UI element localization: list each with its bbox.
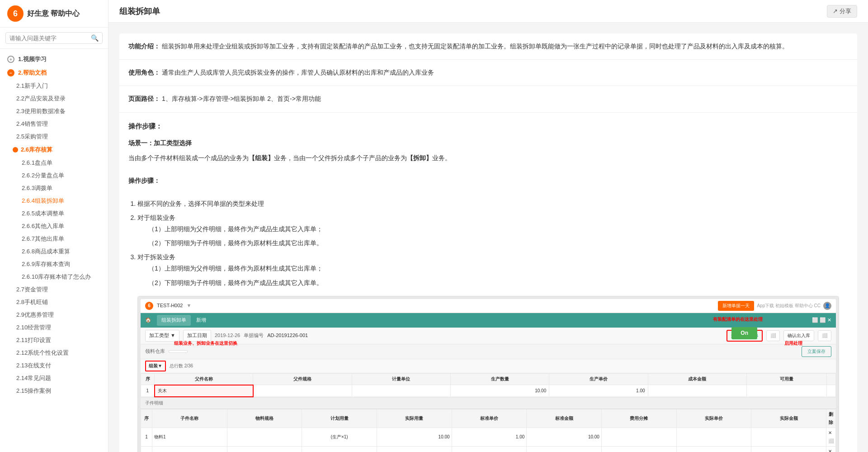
sidebar-item-2-6-4[interactable]: 2.6.4组装拆卸单 [0,195,108,207]
steps-title: 操作步骤： [128,120,848,132]
sim-ltd-actp-2 [676,446,751,452]
sim-th-unit: 计量单位 [352,373,450,385]
sim-warehouse-label: 领料仓库 [145,347,165,356]
role-block: 使用角色： 通常由生产人员或库管人员完成拆装业务的操作，库管人员确认原材料的出库… [119,60,857,86]
sim-upper-td-cost [648,385,746,397]
sim-lth-act-price: 实际单价 [676,409,751,428]
section-2-toggle-icon: − [7,69,14,76]
sim-lower-table: 序 子件名称 物料规格 计划用量 实际用量 标准单价 标准金额 费用分摊 [141,409,836,452]
sim-th-seq: 序 [141,373,155,385]
sim-ltd-act-1: 10.00 [377,428,452,446]
sidebar-section-2-6[interactable]: 2.6库存核算 [0,143,108,157]
sidebar-item-2-2[interactable]: 2.2产品安装及登录 [0,92,108,105]
sidebar-item-2-6-1[interactable]: 2.6.1盘点单 [0,157,108,169]
sim-upper-td-unit [352,385,450,397]
sidebar-item-2-6-5[interactable]: 2.6.5成本调整单 [0,207,108,220]
sidebar-item-2-6-8[interactable]: 2.6.8商品成本重算 [0,245,108,258]
sim-upper-td-spec [253,385,352,397]
sidebar-item-2-8[interactable]: 2.8手机旺铺 [0,296,108,309]
sim-btn-type: 加工类型 ▼ [145,330,179,342]
sim-ltd-spec-1 [227,428,302,446]
sim-confirm-btn: ⬜ [766,330,780,341]
logo-text: 好生意 帮助中心 [27,9,80,19]
sidebar-item-2-4[interactable]: 2.4销售管理 [0,118,108,130]
sim-doc-no: AD-20191226-001 [267,331,308,340]
sidebar-item-2-10[interactable]: 2.10经营管理 [0,321,108,334]
section-2-6-icon [13,147,18,152]
sidebar-item-2-15[interactable]: 2.15操作案例 [0,385,108,397]
sidebar: 6 好生意 帮助中心 🔍 + 1.视频学习 − 2.帮助文档 2.1新手入门 2… [0,0,108,452]
page-title: 组装拆卸单 [119,6,160,17]
sidebar-section-2[interactable]: − 2.帮助文档 [0,66,108,80]
sim-lower-thead: 序 子件名称 物料规格 计划用量 实际用量 标准单价 标准金额 费用分摊 [141,409,836,428]
sim-btn-date: 加工日期 [183,330,211,342]
sidebar-item-2-9[interactable]: 2.9优惠券管理 [0,309,108,321]
sim-sub-toolbar: 领料仓库 立案保存 [141,344,836,359]
sidebar-item-2-11[interactable]: 2.11打印设置 [0,334,108,347]
sidebar-item-2-6-6[interactable]: 2.6.6其他入库单 [0,220,108,233]
sim-ltd-del-1: ✕ ⬜ [826,428,836,446]
sidebar-item-2-3[interactable]: 2.3使用前数据准备 [0,105,108,118]
sidebar-section-1[interactable]: + 1.视频学习 [0,52,108,66]
sim-ltd-name-2: 物料2 [152,446,227,452]
sidebar-item-2-6-2[interactable]: 2.6.2分量盘点单 [0,169,108,182]
sim-th-cost: 成本金额 [648,373,746,385]
sim-tab-add: 新增 [196,316,206,325]
search-input[interactable] [9,35,91,42]
sidebar-item-2-14[interactable]: 2.14常见问题 [0,372,108,385]
sidebar-item-2-6-7[interactable]: 2.6.7其他出库单 [0,233,108,245]
sim-lth-name: 子件名称 [152,409,227,428]
sidebar-item-2-6-3[interactable]: 2.6.3调拨单 [0,182,108,195]
sim-ltd-plan-2: (生产×1) [302,446,377,452]
nav-list: + 1.视频学习 − 2.帮助文档 2.1新手入门 2.2产品安装及登录 2.3… [0,49,108,452]
path-label: 页面路径： [128,95,160,102]
sim-ltd-seq-1: 1 [141,428,152,446]
sim-upper-table: 序 父件名称 父件规格 计量单位 生产数量 生产单价 成本金额 可用量 [141,373,836,397]
step-3: 对于拆装业务 （1）上部明细为父件明细，最终作为原材料生成其它出库单； （2）下… [137,252,848,289]
sim-upper-td-del [827,385,836,397]
sim-date-val: 2019-12-26 [215,331,240,340]
sim-lth-alloc: 费用分摊 [601,409,676,428]
sim-system-bar: 6 TEST-H002 ▼ 新增单据一天 App下载 初始模板 帮助中心 CC … [141,299,836,313]
search-icon[interactable]: 🔍 [91,34,99,42]
share-button[interactable]: ↗ 分享 [827,5,857,18]
sim-th-parent-spec: 父件规格 [253,373,352,385]
sim-ltd-alloc-2 [601,446,676,452]
sidebar-item-2-5[interactable]: 2.5采购管理 [0,130,108,143]
sim-main-window: 🏠 组装拆卸单 新增 ⬜ ⬜ ✕ 加工类型 ▼ [141,313,836,452]
sim-ltd-del-2: ✕ ⬜ [826,446,836,452]
content-card: 功能介绍： 组装拆卸单用来处理企业组装或拆卸等加工业务，支持有固定装配清单的产品… [119,33,857,452]
step-1: 根据不同的业务，选择不同单据的类型来处理 [137,198,848,209]
share-icon: ↗ [833,8,838,14]
sim-ltd-plan-1: (生产×1) [302,428,377,446]
sim-top-actions: 新增单据一天 App下载 初始模板 帮助中心 CC 👤 [718,301,831,311]
section-1-toggle-icon: + [7,56,14,63]
sim-ltd-stdp-2: 1.00 [452,446,527,452]
step-3-1: （1）上部明细为父件明细，最终作为原材料生成其它出库单； [148,263,848,274]
sim-warehouse-val [169,350,188,353]
sidebar-item-2-7[interactable]: 2.7资金管理 [0,283,108,296]
sim-nav-tabs: 🏠 组装拆卸单 新增 [145,315,206,326]
sidebar-item-2-1[interactable]: 2.1新手入门 [0,80,108,92]
sim-lower-row-2: 2 物料2 (生产×1) 10.00 1.00 10.00 [141,446,836,452]
step-3-sub: （1）上部明细为父件明细，最终作为原材料生成其它出库单； （2）下部明细为子件明… [137,263,848,288]
sim-select-bom-btn: 选择装配清单 [726,330,763,342]
sim-ltd-acta-1 [751,428,826,446]
sim-ltd-spec-2 [227,446,302,452]
sidebar-item-2-13[interactable]: 2.13在线支付 [0,359,108,372]
sim-doc-label: 单据编号 [244,331,264,340]
func-intro-block: 功能介绍： 组装拆卸单用来处理企业组装或拆卸等加工业务，支持有固定装配清单的产品… [119,33,857,60]
step-2-sub: （1）上部明细为父件明细，最终作为产成品生成其它入库单； （2）下部明细为子件明… [137,224,848,249]
sim-upper-td-price: 1.00 [549,385,648,397]
search-box[interactable]: 🔍 [5,32,103,44]
sim-toolbar: 加工类型 ▼ 加工日期 2019-12-26 单据编号 AD-20191226-… [141,328,836,344]
sim-lth-spec: 物料规格 [227,409,302,428]
steps-label: 操作步骤： [128,175,848,186]
sim-save-btn: 立案保存 [802,346,831,357]
sidebar-item-2-6-9[interactable]: 2.6.9库存账本查询 [0,258,108,271]
sidebar-item-2-12[interactable]: 2.12系统个性化设置 [0,347,108,359]
sim-upper-thead: 序 父件名称 父件规格 计量单位 生产数量 生产单价 成本金额 可用量 [141,373,836,385]
step-2-2: （2）下部明细为子件明细，最终作为原材料生成其它出库单。 [148,238,848,249]
sidebar-item-2-6-10[interactable]: 2.6.10库存账本错了怎么办 [0,271,108,283]
content-area: 功能介绍： 组装拆卸单用来处理企业组装或拆卸等加工业务，支持有固定装配清单的产品… [108,23,868,452]
